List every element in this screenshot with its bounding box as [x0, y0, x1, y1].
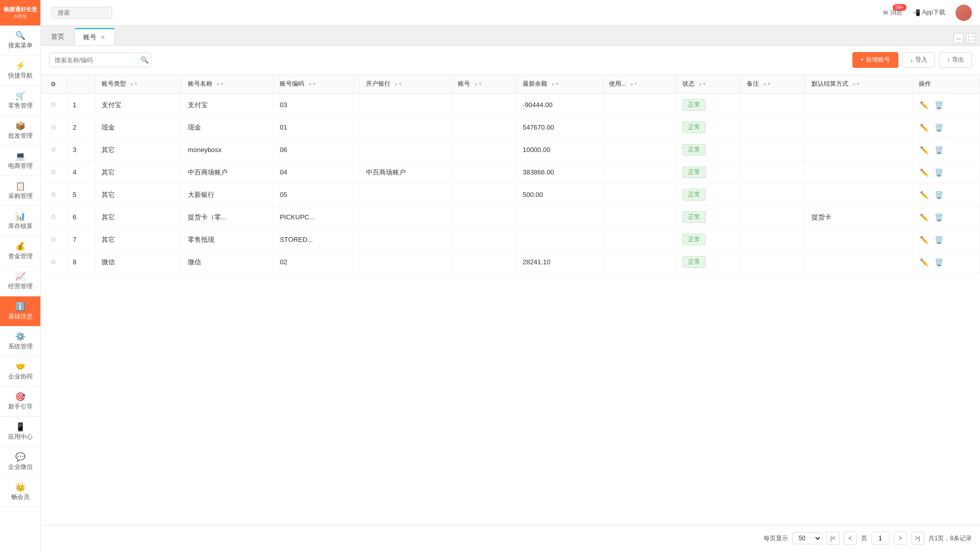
page-prev-button[interactable]: < [844, 532, 857, 545]
window-minimize-button[interactable]: — [953, 33, 964, 43]
sidebar-item-purchase-mgmt[interactable]: 📋 采购管理 [0, 176, 40, 206]
page-size-select[interactable]: 50 100 200 [792, 532, 822, 544]
delete-button[interactable]: 🗑️ [934, 190, 944, 200]
page-first-button[interactable]: |< [826, 532, 840, 545]
cell-action: ✏️ 🗑️ [913, 139, 980, 161]
th-default-payment[interactable]: 默认结算方式 ▲▼ [805, 74, 913, 94]
edit-button[interactable]: ✏️ [919, 235, 929, 245]
tab-home[interactable]: 首页 [43, 28, 72, 45]
cell-status: 正常 [676, 184, 741, 206]
delete-button[interactable]: 🗑️ [934, 167, 944, 178]
search-button[interactable]: 🔍 [136, 53, 151, 67]
th-status[interactable]: 状态 ▲▼ [676, 74, 741, 94]
cell-usage [602, 184, 676, 206]
export-button[interactable]: ↑ 导出 [939, 52, 972, 68]
edit-button[interactable]: ✏️ [919, 145, 929, 155]
sidebar-item-ecommerce-mgmt[interactable]: 💻 电商管理 [0, 146, 40, 176]
search-input[interactable] [50, 54, 136, 67]
edit-button[interactable]: ✏️ [919, 100, 929, 110]
th-type[interactable]: 账号类型 ▲▼ [95, 74, 182, 94]
sidebar-item-basic-info[interactable]: ℹ️ 基础信息 [0, 296, 40, 327]
th-code[interactable]: 账号编码 ▲▼ [274, 74, 360, 94]
basic-info-icon: ℹ️ [15, 302, 26, 311]
th-account[interactable]: 账号 ▲▼ [452, 74, 517, 94]
edit-button[interactable]: ✏️ [919, 257, 929, 267]
cell-num: 7 [66, 229, 95, 251]
cell-gear: ⚙ [41, 116, 66, 139]
th-usage[interactable]: 使用... ▲▼ [602, 74, 676, 94]
purchase-mgmt-icon: 📋 [15, 181, 26, 191]
page-size-label: 每页显示 [764, 534, 788, 543]
import-button[interactable]: ↓ 导入 [902, 52, 935, 68]
vip-member-icon: 👑 [15, 482, 26, 492]
sort-icon: ▲▼ [763, 82, 771, 86]
th-remark[interactable]: 备注 ▲▼ [741, 74, 805, 94]
cell-balance: 547670.00 [516, 116, 602, 139]
sidebar-item-vip-member[interactable]: 👑 畅会员 [0, 477, 40, 507]
top-header: ✉ 消息 99+ 📲 App下载 [41, 0, 980, 26]
edit-button[interactable]: ✏️ [919, 167, 929, 178]
th-balance[interactable]: 最新余额 ▲▼ [516, 74, 602, 94]
gear-icon[interactable]: ⚙ [51, 81, 56, 88]
sidebar-item-wholesale-mgmt[interactable]: 📦 批发管理 [0, 116, 40, 146]
delete-button[interactable]: 🗑️ [934, 257, 944, 267]
sort-icon: ▲▼ [308, 82, 316, 86]
sidebar-item-inventory[interactable]: 📊 库存核算 [0, 206, 40, 236]
cell-bank [359, 94, 452, 116]
sidebar-item-enterprise-agreement[interactable]: 🤝 企业协同 [0, 357, 40, 387]
app-download-label: App下载 [922, 8, 945, 17]
cell-code: 06 [274, 139, 360, 161]
cell-gear: ⚙ [41, 206, 66, 229]
th-name[interactable]: 账号名称 ▲▼ [181, 74, 274, 94]
sidebar-item-new-guide[interactable]: 🎯 新手引导 [0, 387, 40, 417]
sidebar-item-app-center[interactable]: 📱 应用中心 [0, 417, 40, 447]
page-number-input[interactable] [871, 532, 890, 545]
table-row: ⚙ 8 微信 微信 02 28241.10 正常 ✏️ 🗑️ [41, 251, 980, 273]
delete-button[interactable]: 🗑️ [934, 100, 944, 110]
status-badge: 正常 [682, 256, 706, 268]
sidebar-item-label: 采购管理 [8, 192, 33, 201]
cell-num: 2 [66, 116, 95, 139]
page-last-button[interactable]: >| [911, 532, 924, 545]
window-maximize-button[interactable]: ⛶ [966, 33, 976, 43]
add-account-button[interactable]: + 新增账号 [852, 52, 898, 68]
delete-button[interactable]: 🗑️ [934, 212, 944, 222]
delete-button[interactable]: 🗑️ [934, 122, 944, 133]
sidebar-item-search-menu[interactable]: 🔍 搜索菜单 [0, 26, 40, 56]
delete-button[interactable]: 🗑️ [934, 235, 944, 245]
page-next-button[interactable]: > [894, 532, 907, 545]
msg-icon: ✉ [883, 9, 888, 16]
msg-button[interactable]: ✉ 消息 99+ [883, 8, 902, 17]
sidebar-item-enterprise-wechat[interactable]: 💬 企业微信 [0, 447, 40, 477]
cell-balance: 500.00 [516, 184, 602, 206]
sidebar: 畅捷通好生意 乐橙版 🔍 搜索菜单 ⚡ 快捷导航 🛒 零售管理 📦 批发管理 💻… [0, 0, 41, 551]
edit-button[interactable]: ✏️ [919, 190, 929, 200]
sidebar-item-quick-nav[interactable]: ⚡ 快捷导航 [0, 56, 40, 86]
cell-status: 正常 [676, 229, 741, 251]
sidebar-item-operations-mgmt[interactable]: 📈 经营管理 [0, 266, 40, 296]
cell-remark [741, 139, 805, 161]
sidebar-item-label: 应用中心 [8, 433, 33, 441]
pagination: 每页显示 50 100 200 |< < 页 > >| 共1页，8条记录 [41, 525, 980, 551]
cell-status: 正常 [676, 206, 741, 229]
app-download-button[interactable]: 📲 App下载 [913, 8, 945, 17]
th-bank[interactable]: 开户银行 ▲▼ [359, 74, 452, 94]
cell-account [452, 94, 517, 116]
sidebar-item-retail-mgmt[interactable]: 🛒 零售管理 [0, 86, 40, 116]
sidebar-item-system-mgmt[interactable]: ⚙️ 系统管理 [0, 327, 40, 357]
tab-account-close[interactable]: ✕ [100, 33, 106, 42]
tab-account[interactable]: 账号 ✕ [75, 28, 115, 45]
header-search-input[interactable] [51, 7, 112, 19]
edit-button[interactable]: ✏️ [919, 212, 929, 222]
cell-action: ✏️ 🗑️ [913, 116, 980, 139]
edit-button[interactable]: ✏️ [919, 122, 929, 133]
wholesale-mgmt-icon: 📦 [15, 121, 26, 131]
cell-remark [741, 251, 805, 273]
delete-button[interactable]: 🗑️ [934, 145, 944, 155]
cell-status: 正常 [676, 94, 741, 116]
cell-num: 8 [66, 251, 95, 273]
cell-remark [741, 116, 805, 139]
user-avatar[interactable] [955, 5, 972, 21]
sidebar-item-finance-mgmt[interactable]: 💰 资金管理 [0, 236, 40, 266]
cell-type: 其它 [95, 229, 182, 251]
